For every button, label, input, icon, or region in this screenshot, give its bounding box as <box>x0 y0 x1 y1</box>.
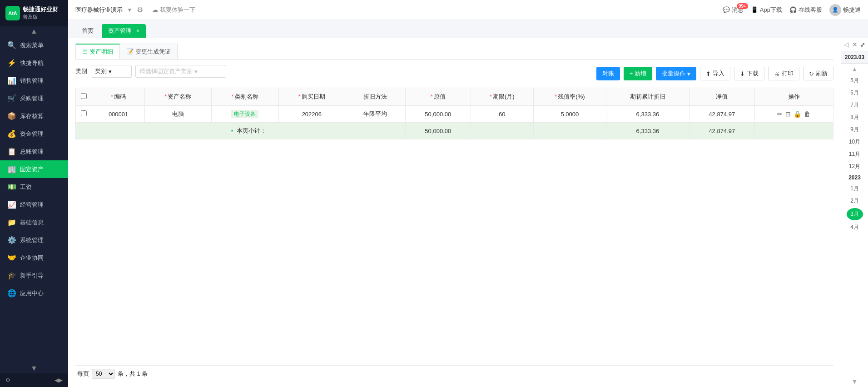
sidebar-item-label: 工资 <box>20 183 32 191</box>
topbar: 医疗器械行业演示 ▾ ⚙ ☁ 我要体验一下 💬 消息 99+ 📱 App下载 🎧… <box>68 0 868 20</box>
per-page-label: 每页 <box>77 370 89 378</box>
copy-icon[interactable]: ⊡ <box>785 110 791 118</box>
reconcile-button[interactable]: 对账 <box>596 67 620 80</box>
user-profile[interactable]: 👤 畅捷通 <box>829 4 861 16</box>
subtotal-row: ▪ 本页小计： 50,000.00 6,333.36 42,874.97 <box>76 123 833 139</box>
subtab-asset-detail[interactable]: ☰ 资产明细 <box>75 44 120 59</box>
sidebar-item-inventory[interactable]: 📦 库存核算 <box>0 107 68 125</box>
cal-month-2[interactable]: 2月 <box>841 195 868 207</box>
sidebar-item-search[interactable]: 🔍 搜索菜单 <box>0 36 68 54</box>
row-purchase-date: 202206 <box>278 106 345 123</box>
row-depreciation-method: 年限平均 <box>345 106 406 123</box>
cal-month-10[interactable]: 10月 <box>841 136 868 148</box>
category-select-arrow: ▾ <box>109 68 112 75</box>
cal-month-7[interactable]: 7月 <box>841 99 868 111</box>
cal-month-6[interactable]: 6月 <box>841 87 868 99</box>
collapse-icon[interactable]: ◀▶ <box>55 377 63 383</box>
cal-month-8[interactable]: 8月 <box>841 111 868 124</box>
sidebar-item-label: 应用中心 <box>20 289 44 298</box>
subtotal-actions <box>754 123 833 139</box>
row-checkbox[interactable] <box>81 110 87 116</box>
th-period: *期限(月) <box>471 88 533 106</box>
cal-month-1[interactable]: 1月 <box>841 183 868 195</box>
asset-category-select[interactable]: 请选择固定资产类别 ▾ <box>135 65 226 78</box>
sidebar-item-finance[interactable]: 💰 资金管理 <box>0 125 68 143</box>
th-actions: 操作 <box>754 88 833 106</box>
app-name: 畅捷通好业财 <box>23 6 58 14</box>
table-row: 000001 电脑 电子设备 202206 年限平均 50,000.00 60 … <box>76 106 833 123</box>
sidebar-item-ledger[interactable]: 📋 总账管理 <box>0 143 68 160</box>
edit-icon[interactable]: ✏ <box>777 110 783 118</box>
pagination: 每页 50 10 20 100 条，共 1 条 <box>75 365 833 382</box>
select-all-checkbox[interactable] <box>81 93 87 99</box>
download-icon: 📱 <box>751 6 758 13</box>
subtotal-original-value: 50,000.00 <box>405 123 471 139</box>
content-area: ☰ 资产明细 📝 变更生成凭证 类别 类别 ▾ 请选择固定资产类 <box>68 38 868 387</box>
row-checkbox-cell <box>76 106 92 123</box>
calendar-up-arrow[interactable]: ▲ <box>852 65 858 73</box>
sidebar-scroll-up[interactable]: ▲ <box>0 26 68 36</box>
subtab-voucher-change[interactable]: 📝 变更生成凭证 <box>119 44 178 59</box>
experience-button[interactable]: ☁ 我要体验一下 <box>152 6 195 14</box>
tab-close-icon[interactable]: × <box>136 28 139 34</box>
sidebar-item-quicknav[interactable]: ⚡ 快捷导航 <box>0 54 68 72</box>
sidebar-item-system[interactable]: ⚙️ 系统管理 <box>0 231 68 249</box>
sidebar-item-basic-info[interactable]: 📁 基础信息 <box>0 213 68 231</box>
settings-gear-icon[interactable]: ⚙ <box>137 5 143 14</box>
app-download-button[interactable]: 📱 App下载 <box>751 6 782 14</box>
sidebar-scroll-down[interactable]: ▼ <box>0 363 68 373</box>
cal-month-12[interactable]: 12月 <box>841 160 868 173</box>
sidebar-bottom: ⚙ ◀▶ <box>0 373 68 387</box>
sales-icon: 📊 <box>7 76 16 85</box>
sidebar-item-label: 系统管理 <box>20 236 44 244</box>
print-button[interactable]: 🖨 打印 <box>768 67 799 80</box>
new-button[interactable]: + 新增 <box>624 67 652 80</box>
sidebar-item-fixed-assets[interactable]: 🏢 固定资产 <box>0 160 68 178</box>
system-icon: ⚙️ <box>7 236 16 244</box>
resize-icon[interactable]: ⤢ <box>860 41 865 48</box>
sidebar-item-label: 固定资产 <box>20 165 44 174</box>
messages-button[interactable]: 💬 消息 99+ <box>723 6 744 14</box>
company-title: 医疗器械行业演示 <box>75 6 123 14</box>
guide-icon: 🎓 <box>7 271 16 280</box>
per-page-select[interactable]: 50 10 20 100 <box>92 369 115 379</box>
row-accumulated-depreciation: 6,333.36 <box>606 106 689 123</box>
lock-icon[interactable]: 🔒 <box>794 110 801 118</box>
batch-ops-button[interactable]: 批量操作 ▾ <box>656 67 696 80</box>
cal-month-9[interactable]: 9月 <box>841 124 868 136</box>
ledger-icon: 📋 <box>7 147 16 156</box>
sidebar-item-salary[interactable]: 💵 工资 <box>0 178 68 196</box>
calendar-down-arrow[interactable]: ▼ <box>852 378 858 385</box>
th-purchase-date: *购买日期 <box>278 88 345 106</box>
customer-service-button[interactable]: 🎧 在线客服 <box>789 6 822 14</box>
sidebar-item-guide[interactable]: 🎓 新手引导 <box>0 267 68 284</box>
close-icon[interactable]: ✕ <box>850 40 859 49</box>
cal-month-4[interactable]: 4月 <box>841 221 868 233</box>
refresh-button[interactable]: ↻ 刷新 <box>803 67 833 80</box>
expand-icon[interactable]: ◁ <box>844 41 849 48</box>
sidebar-item-operations[interactable]: 📈 经营管理 <box>0 196 68 213</box>
customer-service-icon: 🎧 <box>789 6 797 13</box>
sidebar-item-label: 企业协同 <box>20 254 44 262</box>
delete-icon[interactable]: 🗑 <box>804 110 810 118</box>
messages-badge: 99+ <box>737 3 748 9</box>
cal-month-3-current[interactable]: 3月 <box>847 208 863 220</box>
asset-category-placeholder: 请选择固定资产类别 <box>139 67 193 75</box>
sidebar-item-sales[interactable]: 📊 销售管理 <box>0 72 68 89</box>
calendar-months: 5月 6月 7月 8月 9月 10月 11月 12月 2023 1月 2月 3月… <box>841 74 868 376</box>
sidebar-item-purchase[interactable]: 🛒 采购管理 <box>0 89 68 107</box>
tab-home[interactable]: 首页 <box>75 24 100 38</box>
asset-table: *编码 *资产名称 *类别名称 *购买日期 折旧方法 *原值 *期限(月) *残… <box>75 88 833 139</box>
import-button[interactable]: ⬆ 导入 <box>700 67 730 80</box>
sidebar-item-app-center[interactable]: 🌐 应用中心 <box>0 284 68 302</box>
company-dropdown-icon[interactable]: ▾ <box>128 6 131 13</box>
settings-icon[interactable]: ⚙ <box>5 377 10 383</box>
total-label: 条，共 1 条 <box>118 370 148 378</box>
category-select[interactable]: 类别 ▾ <box>91 65 132 78</box>
sidebar-item-collab[interactable]: 🤝 企业协同 <box>0 249 68 267</box>
tab-asset-management[interactable]: 资产管理 × <box>102 24 146 38</box>
cal-month-11[interactable]: 11月 <box>841 148 868 160</box>
category-select-value: 类别 <box>95 67 107 75</box>
download-button[interactable]: ⬇ 下载 <box>734 67 764 80</box>
cal-month-5[interactable]: 5月 <box>841 74 868 87</box>
